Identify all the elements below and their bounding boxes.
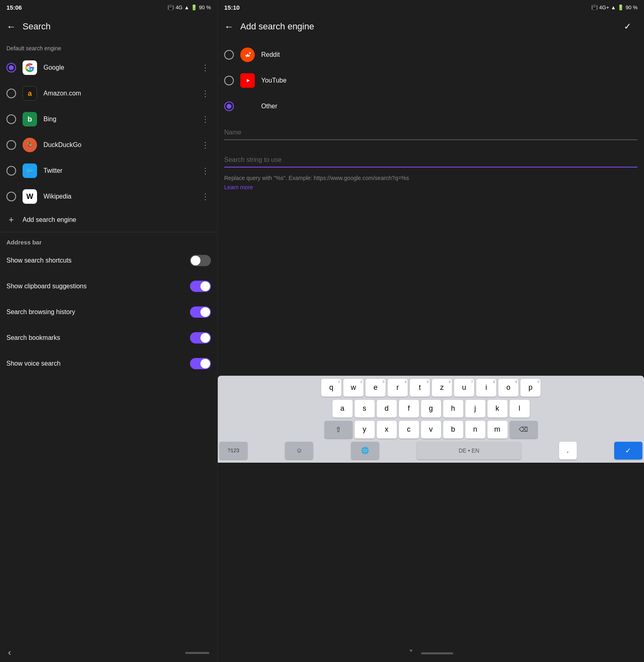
period-key[interactable]: . [559, 442, 577, 459]
right-back-button[interactable]: ← [224, 21, 234, 32]
key-a[interactable]: a [332, 400, 353, 418]
engine-item-reddit[interactable]: Reddit [218, 42, 644, 68]
key-r[interactable]: 4r [388, 379, 408, 397]
engine-item-youtube[interactable]: YouTube [218, 68, 644, 93]
twitter-more-button[interactable]: ⋮ [200, 164, 211, 177]
engine-item-other[interactable]: Other [218, 93, 644, 119]
search-shortcuts-toggle[interactable] [190, 255, 211, 266]
right-signal-icon: ▲ [611, 4, 616, 10]
name-input[interactable] [224, 126, 638, 140]
twitter-radio[interactable] [6, 166, 16, 176]
key-d[interactable]: d [377, 400, 397, 418]
wiki-radio[interactable] [6, 192, 16, 201]
key-q[interactable]: 1q [321, 379, 341, 397]
search-string-input[interactable] [224, 153, 638, 168]
key-g[interactable]: g [421, 400, 441, 418]
key-h[interactable]: h [443, 400, 463, 418]
add-engine-row[interactable]: + Add search engine [0, 209, 217, 230]
key-u[interactable]: 7u [454, 379, 474, 397]
key-y[interactable]: y [355, 421, 375, 439]
shift-key[interactable]: ⇧ [324, 421, 353, 439]
confirm-key[interactable]: ✓ [614, 442, 642, 459]
browsing-history-toggle[interactable] [190, 306, 211, 318]
right-battery-icon: 🔋 [617, 4, 624, 10]
toggle-search-shortcuts[interactable]: Show search shortcuts [0, 248, 217, 273]
keyboard-row-4: ?123 ☺ 🌐 DE • EN . ✓ [219, 442, 642, 459]
key-j[interactable]: j [465, 400, 485, 418]
globe-key[interactable]: 🌐 [351, 442, 379, 459]
keyboard-row-1: 1q 2w 3e 4r 5t 6z 7u 8i 9o 0p [219, 379, 642, 397]
battery-pct: 90 % [199, 4, 211, 10]
svg-point-4 [248, 54, 249, 56]
wiki-more-button[interactable]: ⋮ [200, 190, 211, 203]
key-z[interactable]: 6z [432, 379, 452, 397]
left-nav-back[interactable]: ‹ [8, 648, 11, 658]
key-v[interactable]: v [421, 421, 441, 439]
key-o[interactable]: 9o [498, 379, 518, 397]
bookmarks-label: Search bookmarks [6, 334, 60, 341]
left-app-bar: ← Search [0, 14, 217, 39]
right-app-bar: ← Add search engine ✓ [218, 14, 644, 39]
toggle-browsing-history[interactable]: Search browsing history [0, 299, 217, 325]
ddg-radio[interactable] [6, 140, 16, 150]
voice-search-toggle[interactable] [190, 358, 211, 369]
key-p[interactable]: 0p [520, 379, 541, 397]
clipboard-toggle[interactable] [190, 281, 211, 292]
key-s[interactable]: s [355, 400, 375, 418]
emoji-key[interactable]: ☺ [285, 442, 313, 459]
right-page-title: Add search engine [240, 21, 611, 32]
bing-radio[interactable] [6, 114, 16, 124]
clipboard-knob [200, 281, 210, 291]
other-radio[interactable] [224, 101, 234, 111]
left-back-button[interactable]: ← [6, 21, 16, 32]
key-k[interactable]: k [487, 400, 508, 418]
ddg-more-button[interactable]: ⋮ [200, 139, 211, 151]
right-nav-down[interactable]: ˅ [409, 648, 413, 658]
bing-more-button[interactable]: ⋮ [200, 113, 211, 126]
right-check-button[interactable]: ✓ [617, 14, 638, 39]
google-radio[interactable] [6, 63, 16, 72]
toggle-voice-search[interactable]: Show voice search [0, 351, 217, 377]
toggle-bookmarks[interactable]: Search bookmarks [0, 325, 217, 351]
numbers-key[interactable]: ?123 [219, 442, 248, 459]
network-icon: 4G [175, 4, 182, 10]
backspace-key[interactable]: ⌫ [510, 421, 538, 439]
engine-item-bing[interactable]: b Bing ⋮ [0, 106, 217, 132]
key-n[interactable]: n [465, 421, 485, 439]
reddit-radio[interactable] [224, 50, 234, 60]
key-c[interactable]: c [399, 421, 419, 439]
key-i[interactable]: 8i [476, 379, 496, 397]
engine-item-duckduckgo[interactable]: 🦆 DuckDuckGo ⋮ [0, 132, 217, 158]
amazon-radio[interactable] [6, 89, 16, 98]
key-m[interactable]: m [487, 421, 508, 439]
divider-1 [0, 232, 217, 232]
engine-item-twitter[interactable]: 🐦 Twitter ⋮ [0, 158, 217, 184]
youtube-name: YouTube [261, 77, 638, 84]
engine-item-amazon[interactable]: a Amazon.com ⋮ [0, 81, 217, 106]
key-b[interactable]: b [443, 421, 463, 439]
amazon-more-button[interactable]: ⋮ [200, 87, 211, 100]
toggle-clipboard[interactable]: Show clipboard suggestions [0, 273, 217, 299]
key-t[interactable]: 5t [410, 379, 430, 397]
reddit-icon [240, 48, 255, 62]
engine-item-google[interactable]: G Google ⋮ [0, 55, 217, 81]
right-panel: 15:10 📳 4G+ ▲ 🔋 90 % ← Add search engine… [217, 0, 644, 662]
key-e[interactable]: 3e [365, 379, 386, 397]
key-l[interactable]: l [510, 400, 530, 418]
google-icon: G [23, 60, 37, 75]
lang-key[interactable]: DE • EN [417, 442, 521, 459]
bing-name: Bing [43, 116, 193, 123]
signal-icon: ▲ [184, 4, 189, 10]
youtube-radio[interactable] [224, 76, 234, 85]
bookmarks-toggle[interactable] [190, 332, 211, 343]
key-w[interactable]: 2w [343, 379, 363, 397]
amazon-name: Amazon.com [43, 90, 193, 97]
key-f[interactable]: f [399, 400, 419, 418]
address-bar-section: Address bar [0, 234, 217, 248]
amazon-icon: a [23, 86, 37, 101]
learn-more-link[interactable]: Learn more [218, 184, 644, 194]
plus-icon: + [6, 215, 16, 225]
key-x[interactable]: x [377, 421, 397, 439]
google-more-button[interactable]: ⋮ [200, 61, 211, 74]
engine-item-wikipedia[interactable]: W Wikipedia ⋮ [0, 184, 217, 209]
